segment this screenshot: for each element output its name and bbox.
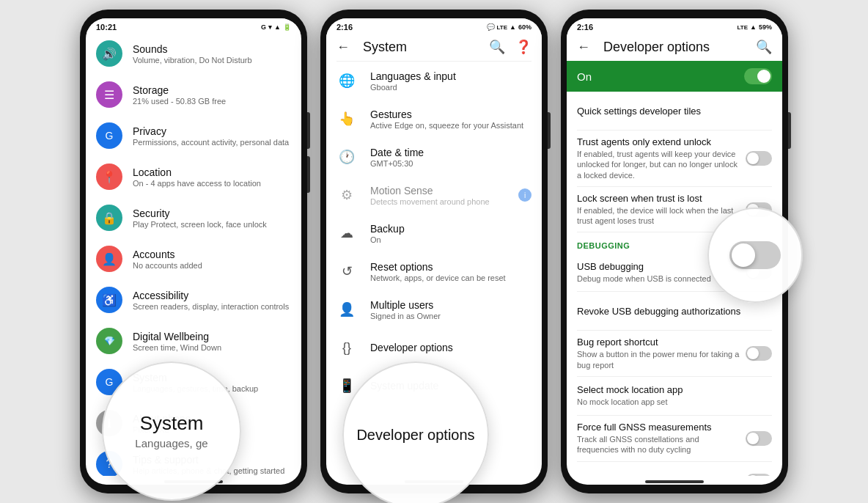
reset-text: Reset options Network, apps, or device c… [370,261,532,282]
phone2-zoom-circle: Developer options [342,361,489,503]
back-button[interactable]: ← [577,40,590,55]
list-item[interactable]: 📍 Location On - 4 apps have access to lo… [86,156,301,197]
dev-on-label: On [577,70,744,83]
list-item[interactable]: 👤 Accounts No accounts added [86,238,301,279]
lang-subtitle: Gboard [370,83,532,92]
location-icon: 📍 [96,164,122,190]
list-item[interactable]: Select mock location app No mock locatio… [567,377,782,415]
trust-agents-toggle[interactable] [746,151,772,166]
phone3-wrapper: 2:16 LTE ▲ 59% ← Developer options 🔍 On [561,10,788,493]
phone2-time: 2:16 [336,23,353,32]
zoom-sub-text: Languages, ge [135,436,207,451]
phone2-zoom-text: Developer options [356,425,474,444]
gestures-text: Gestures Active Edge on, squeeze for you… [370,109,532,130]
location-text: Location On - 4 apps have access to loca… [133,166,291,188]
phone1-status-bar: 10:21 G ▾ ▲ 🔋 [86,18,301,33]
list-item[interactable]: ⚙ Motion Sense Detects movement around p… [326,176,542,214]
privacy-text: Privacy Permissions, account activity, p… [133,125,291,147]
usb-debug-big-toggle[interactable] [729,241,781,269]
list-item[interactable]: {} Developer options [326,328,542,367]
wifi-icon: ▾ [268,23,272,31]
users-text: Multiple users Signed in as Owner [370,299,532,320]
phone2-app-bar: ← System 🔍 ❓ [326,33,542,61]
search-icon[interactable]: 🔍 [756,39,772,55]
backup-text: Backup On [370,223,532,244]
list-item[interactable]: 🔊 Sounds Volume, vibration, Do Not Distu… [86,33,301,74]
bug-report-toggle[interactable] [746,346,772,361]
list-item[interactable]: ☁ Backup On [326,214,542,252]
gnss-toggle[interactable] [746,431,772,446]
lang-text: Languages & input Gboard [370,70,532,92]
backup-subtitle: On [370,235,532,244]
users-title: Multiple users [370,299,532,311]
lockscreen-text: Lock screen when trust is lost If enable… [577,193,740,227]
accounts-subtitle: No accounts added [133,261,291,270]
list-item[interactable]: 🕐 Date & time GMT+05:30 [326,138,542,176]
list-item[interactable]: 👤 Multiple users Signed in as Owner [326,290,542,328]
sounds-text: Sounds Volume, vibration, Do Not Disturb [133,43,291,65]
list-item[interactable]: ↺ Reset options Network, apps, or device… [326,252,542,290]
quick-tiles-text: Quick settings developer tiles [577,106,772,117]
list-item[interactable]: 💎 Digital Wellbeing Screen time, Wind Do… [86,320,301,361]
volume-button [307,156,310,193]
list-item[interactable]: Enable view attribute inspection [567,462,782,476]
list-item[interactable]: Bug report shortcut Show a button in the… [567,331,782,376]
back-button[interactable]: ← [336,40,350,55]
motion-text: Motion Sense Detects movement around pho… [370,185,514,206]
help-icon[interactable]: ❓ [515,39,532,55]
phone3-home-indicator [645,480,704,483]
trust-agents-text: Trust agents only extend unlock If enabl… [577,136,740,180]
security-subtitle: Play Protect, screen lock, face unlock [133,220,291,229]
reset-icon: ↺ [336,261,357,282]
power-button [307,112,310,149]
zoom2-main-text: Developer options [356,425,474,444]
security-icon: 🔒 [96,205,122,231]
lte-icon: LTE [497,24,508,31]
storage-text: Storage 21% used - 50.83 GB free [133,84,291,106]
list-item[interactable]: ♿ Accessibility Screen readers, display,… [86,279,301,320]
phone3-zoom-circle [707,208,803,303]
list-item[interactable]: ☰ Storage 21% used - 50.83 GB free [86,74,301,115]
privacy-icon: G [96,122,122,149]
list-item[interactable]: Force full GNSS measurements Track all G… [567,416,782,461]
phone1-zoom-text: System Languages, ge [135,411,207,450]
phone1-zoom-circle: System Languages, ge [102,361,241,501]
location-title: Location [133,166,291,178]
reset-subtitle: Network, apps, or device can be reset [370,273,532,282]
battery-icon: 59% [759,23,772,31]
list-item[interactable]: 🌐 Languages & input Gboard [326,62,542,100]
list-item[interactable]: Quick settings developer tiles [567,92,782,130]
digital-wellbeing-icon: 💎 [96,328,122,354]
zoom-main-text: System [135,411,207,436]
gnss-text: Force full GNSS measurements Track all G… [577,422,740,455]
mock-location-text: Select mock location app No mock locatio… [577,384,772,407]
digital-wellbeing-subtitle: Screen time, Wind Down [133,343,291,352]
view-attr-toggle[interactable] [746,474,772,476]
revoke-usb-text: Revoke USB debugging authorizations [577,306,772,317]
datetime-text: Date & time GMT+05:30 [370,147,532,168]
motion-icon: ⚙ [336,185,357,205]
search-icon[interactable]: 🔍 [489,39,505,55]
list-item[interactable]: Trust agents only extend unlock If enabl… [567,131,782,186]
signal-icon: ▲ [750,23,757,31]
power-button [788,112,791,149]
google-icon: G [261,23,266,31]
gnss-sub: Track all GNSS constellations and freque… [577,434,740,455]
privacy-subtitle: Permissions, account activity, personal … [133,138,291,147]
update-icon: 📱 [336,375,357,396]
view-attr-text: Enable view attribute inspection [577,475,740,476]
phone3-app-bar: ← Developer options 🔍 [567,33,782,61]
storage-title: Storage [133,84,291,96]
list-item[interactable]: 👆 Gestures Active Edge on, squeeze for y… [326,100,542,138]
sounds-icon: 🔊 [96,40,122,67]
list-item[interactable]: 🔒 Security Play Protect, screen lock, fa… [86,197,301,238]
dev-on-toggle[interactable] [744,68,772,84]
battery-icon: 60% [518,23,532,31]
view-attr-title: Enable view attribute inspection [577,475,740,476]
datetime-title: Date & time [370,147,532,158]
list-item[interactable]: G Privacy Permissions, account activity,… [86,115,301,156]
phone3-time: 2:16 [577,23,593,32]
motion-title: Motion Sense [370,185,514,197]
lockscreen-title: Lock screen when trust is lost [577,193,740,204]
sounds-subtitle: Volume, vibration, Do Not Disturb [133,56,291,65]
